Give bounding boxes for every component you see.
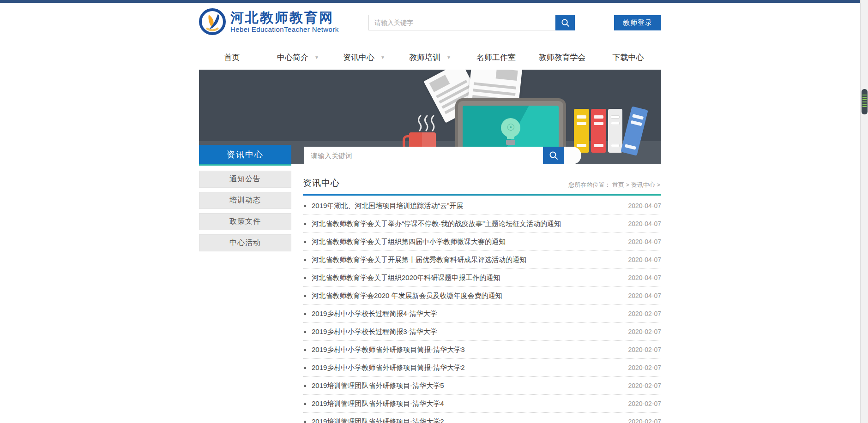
news-date: 2020-04-07: [628, 202, 661, 209]
news-date: 2020-04-07: [628, 238, 661, 245]
banner-search-input[interactable]: [304, 147, 543, 164]
nav-item-master-studio[interactable]: 名师工作室: [463, 52, 529, 63]
news-row[interactable]: 河北省教师教育学会2020 年发展新会员及收缴年度会费的通知 2020-04-0…: [303, 287, 661, 305]
news-row[interactable]: 2019年湖北、河北国培项目培训追踪活动“云”开展 2020-04-07: [303, 197, 661, 215]
breadcrumb-home-link[interactable]: 首页: [612, 181, 624, 188]
scrollbar-thumb[interactable]: [862, 89, 868, 114]
book-icon: [608, 109, 622, 153]
nav-label: 资讯中心: [343, 53, 374, 62]
breadcrumb-separator: >: [657, 181, 660, 188]
sidebar-item-training-news[interactable]: 培训动态: [199, 192, 291, 209]
sidebar-item-notices[interactable]: 通知公告: [199, 171, 291, 188]
logo-text: 河北教师教育网 Hebei EducationTeacher Network: [230, 10, 339, 33]
news-title[interactable]: 2019培训管理团队省外研修项目-清华大学5: [312, 381, 628, 390]
news-row[interactable]: 2019乡村中小学校长过程简报4-清华大学 2020-02-07: [303, 305, 661, 323]
book-icon: [591, 109, 606, 153]
news-title[interactable]: 2019乡村中小学教师省外研修项目简报-清华大学2: [312, 363, 628, 372]
sidebar-item-center-activities[interactable]: 中心活动: [199, 234, 291, 251]
book-icon: [574, 109, 589, 153]
news-date: 2020-04-07: [628, 256, 661, 263]
news-title[interactable]: 2019乡村中小学教师省外研修项目简报-清华大学3: [312, 346, 628, 354]
news-date: 2020-02-07: [628, 400, 661, 407]
header-search: [368, 15, 575, 30]
nav-item-download-center[interactable]: 下载中心: [595, 52, 661, 63]
news-title[interactable]: 河北省教师教育学会关于举办“停课不停教·我的战疫故事”主题论坛征文活动的通知: [312, 220, 628, 228]
bullet-icon: [304, 421, 306, 423]
lightbulb-icon: [501, 118, 520, 145]
news-date: 2020-02-07: [628, 382, 661, 389]
sidebar-header[interactable]: 资讯中心: [199, 145, 291, 166]
content-area: 资讯中心 您所在的位置： 首页 > 资讯中心 > 2019年湖北、河北国培项目培…: [303, 171, 661, 423]
site-logo[interactable]: 河北教师教育网 Hebei EducationTeacher Network: [199, 8, 339, 35]
news-title[interactable]: 2019培训管理团队省外研修项目-清华大学2: [312, 417, 628, 423]
news-row[interactable]: 河北省教师教育学会关于开展第十届优秀教育科研成果评选活动的通知 2020-04-…: [303, 251, 661, 269]
news-row[interactable]: 2019培训管理团队省外研修项目-清华大学5 2020-02-07: [303, 377, 661, 395]
news-title[interactable]: 2019乡村中小学校长过程简报4-清华大学: [312, 310, 628, 318]
breadcrumb: 您所在的位置： 首页 > 资讯中心 >: [568, 181, 660, 189]
news-date: 2020-02-07: [628, 364, 661, 371]
banner-search-button[interactable]: [543, 147, 564, 164]
nav-item-education-society[interactable]: 教师教育学会: [529, 52, 595, 63]
news-title[interactable]: 河北省教师教育学会关于组织2020年科研课题申报工作的通知: [312, 274, 628, 282]
bullet-icon: [304, 259, 306, 261]
page-viewport: 河北教师教育网 Hebei EducationTeacher Network 教…: [0, 0, 868, 423]
logo-emblem-icon: [199, 8, 226, 35]
chevron-down-icon: ▼: [446, 55, 451, 60]
bullet-icon: [304, 223, 306, 225]
news-row[interactable]: 河北省教师教育学会关于组织第四届中小学教师微课大赛的通知 2020-04-07: [303, 233, 661, 251]
news-row[interactable]: 2019乡村中小学校长过程简报3-清华大学 2020-02-07: [303, 323, 661, 341]
nav-label: 首页: [224, 53, 240, 62]
main-nav: 首页 中心简介▼ 资讯中心▼ 教师培训▼ 名师工作室 教师教育学会 下载中心: [199, 45, 661, 70]
teacher-login-button[interactable]: 教师登录: [614, 15, 661, 30]
sidebar: 通知公告 培训动态 政策文件 中心活动: [199, 171, 291, 423]
news-title[interactable]: 2019乡村中小学校长过程简报3-清华大学: [312, 328, 628, 336]
title-gradient-rule: [303, 194, 661, 196]
breadcrumb-current-link[interactable]: 资讯中心: [631, 181, 655, 188]
bullet-icon: [304, 403, 306, 405]
bullet-icon: [304, 205, 306, 207]
news-title[interactable]: 河北省教师教育学会2020 年发展新会员及收缴年度会费的通知: [312, 292, 628, 300]
news-date: 2020-02-07: [628, 328, 661, 335]
news-row[interactable]: 河北省教师教育学会关于举办“停课不停教·我的战疫故事”主题论坛征文活动的通知 2…: [303, 215, 661, 233]
nav-item-home[interactable]: 首页: [199, 52, 265, 63]
news-title[interactable]: 河北省教师教育学会关于开展第十届优秀教育科研成果评选活动的通知: [312, 256, 628, 264]
page-container: 河北教师教育网 Hebei EducationTeacher Network 教…: [199, 3, 661, 423]
search-icon: [561, 18, 570, 27]
steam-icon: [416, 110, 437, 131]
news-date: 2020-02-07: [628, 310, 661, 317]
news-date: 2020-04-07: [628, 274, 661, 281]
nav-label: 教师教育学会: [539, 53, 586, 62]
news-row[interactable]: 2019乡村中小学教师省外研修项目简报-清华大学2 2020-02-07: [303, 359, 661, 377]
breadcrumb-separator: >: [626, 181, 630, 188]
header-search-button[interactable]: [555, 15, 575, 30]
scrollbar-track[interactable]: [860, 0, 868, 423]
nav-item-teacher-training[interactable]: 教师培训▼: [397, 52, 463, 63]
search-icon: [549, 151, 558, 160]
bullet-icon: [304, 331, 306, 333]
nav-label: 下载中心: [613, 53, 644, 62]
news-title[interactable]: 2019年湖北、河北国培项目培训追踪活动“云”开展: [312, 202, 628, 210]
news-title[interactable]: 河北省教师教育学会关于组织第四届中小学教师微课大赛的通知: [312, 238, 628, 246]
news-title[interactable]: 2019培训管理团队省外研修项目-清华大学4: [312, 399, 628, 408]
news-row[interactable]: 2019培训管理团队省外研修项目-清华大学4 2020-02-07: [303, 395, 661, 413]
sidebar-item-policy-docs[interactable]: 政策文件: [199, 213, 291, 230]
news-date: 2020-04-07: [628, 292, 661, 299]
banner: 资讯中心: [199, 70, 661, 164]
nav-item-center-intro[interactable]: 中心简介▼: [265, 52, 331, 63]
bullet-icon: [304, 385, 306, 387]
bullet-icon: [304, 241, 306, 243]
site-header: 河北教师教育网 Hebei EducationTeacher Network 教…: [199, 3, 661, 45]
news-date: 2020-02-07: [628, 418, 661, 423]
chevron-down-icon: ▼: [380, 55, 385, 60]
bullet-icon: [304, 313, 306, 315]
header-search-input[interactable]: [368, 15, 555, 30]
nav-item-news-center[interactable]: 资讯中心▼: [331, 52, 397, 63]
news-row[interactable]: 2019培训管理团队省外研修项目-清华大学2 2020-02-07: [303, 413, 661, 423]
nav-label: 中心简介: [277, 53, 308, 62]
nav-label: 名师工作室: [476, 53, 516, 62]
content-header: 资讯中心 您所在的位置： 首页 > 资讯中心 >: [303, 171, 661, 194]
news-row[interactable]: 河北省教师教育学会关于组织2020年科研课题申报工作的通知 2020-04-07: [303, 269, 661, 287]
bullet-icon: [304, 295, 306, 297]
nav-label: 教师培训: [409, 53, 440, 62]
news-row[interactable]: 2019乡村中小学教师省外研修项目简报-清华大学3 2020-02-07: [303, 341, 661, 359]
